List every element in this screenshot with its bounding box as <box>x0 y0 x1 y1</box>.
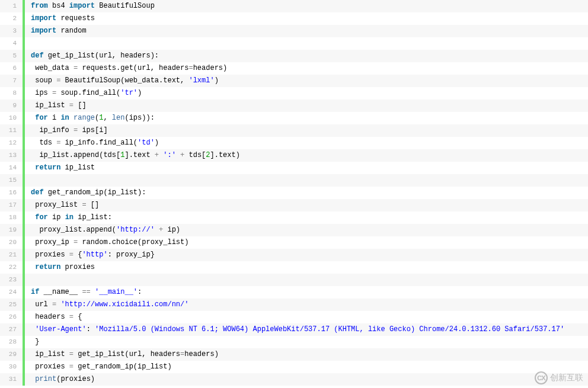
code-line: 20 proxy_ip = random.choice(proxy_list) <box>0 236 588 249</box>
line-number: 23 <box>0 274 23 286</box>
code-content[interactable]: proxy_list.append('http://' + ip) <box>25 224 180 236</box>
line-number: 3 <box>0 25 23 37</box>
code-content[interactable]: return proxies <box>25 261 95 274</box>
code-content[interactable]: from bs4 import BeautifulSoup <box>25 0 155 12</box>
watermark: CX 创新互联 <box>535 371 583 384</box>
code-content[interactable]: ip_list = get_ip_list(url, headers=heade… <box>25 348 219 361</box>
line-number: 25 <box>0 299 23 311</box>
code-line: 13 ip_list.append(tds[1].text + ':' + td… <box>0 149 588 162</box>
code-content[interactable]: ip_list.append(tds[1].text + ':' + tds[2… <box>25 149 240 162</box>
code-line: 10 for i in range(1, len(ips)): <box>0 112 588 124</box>
line-number: 12 <box>0 137 23 149</box>
code-content[interactable]: print(proxies) <box>25 373 95 386</box>
code-line: 11 ip_info = ips[i] <box>0 124 588 137</box>
line-number: 14 <box>0 162 23 174</box>
line-number: 16 <box>0 187 23 199</box>
code-content[interactable]: proxies = get_random_ip(ip_list) <box>25 361 172 373</box>
code-content[interactable]: proxy_ip = random.choice(proxy_list) <box>25 236 188 249</box>
code-line: 6 web_data = requests.get(url, headers=h… <box>0 62 588 75</box>
code-content[interactable]: soup = BeautifulSoup(web_data.text, 'lxm… <box>25 75 219 87</box>
code-content[interactable] <box>25 37 31 50</box>
code-line: 29 ip_list = get_ip_list(url, headers=he… <box>0 348 588 361</box>
code-line: 24if __name__ == '__main__': <box>0 286 588 299</box>
line-number: 31 <box>0 373 23 386</box>
code-line: 25 url = 'http://www.xicidaili.com/nn/' <box>0 299 588 311</box>
code-line: 31 print(proxies) <box>0 373 588 386</box>
line-number: 20 <box>0 236 23 249</box>
code-content[interactable]: } <box>25 336 39 348</box>
code-content[interactable] <box>25 174 31 187</box>
code-content[interactable]: ips = soup.find_all('tr') <box>25 87 142 100</box>
line-number: 17 <box>0 199 23 211</box>
line-number: 28 <box>0 336 23 348</box>
code-line: 4 <box>0 37 588 50</box>
line-number: 5 <box>0 50 23 62</box>
line-number: 18 <box>0 211 23 224</box>
code-content[interactable]: for ip in ip_list: <box>25 211 112 224</box>
code-line: 15 <box>0 174 588 187</box>
watermark-logo-icon: CX <box>535 371 548 384</box>
code-line: 7 soup = BeautifulSoup(web_data.text, 'l… <box>0 75 588 87</box>
line-number: 1 <box>0 0 23 12</box>
code-content[interactable]: web_data = requests.get(url, headers=hea… <box>25 62 227 75</box>
code-line: 12 tds = ip_info.find_all('td') <box>0 137 588 149</box>
line-number: 11 <box>0 124 23 137</box>
code-line: 8 ips = soup.find_all('tr') <box>0 87 588 100</box>
code-line: 17 proxy_list = [] <box>0 199 588 211</box>
code-content[interactable]: import requests <box>25 12 95 25</box>
code-line: 30 proxies = get_random_ip(ip_list) <box>0 361 588 373</box>
line-number: 26 <box>0 311 23 323</box>
code-content[interactable]: proxy_list = [] <box>25 199 99 211</box>
code-block: 1from bs4 import BeautifulSoup2import re… <box>0 0 588 386</box>
code-line: 18 for ip in ip_list: <box>0 211 588 224</box>
code-content[interactable]: proxies = {'http': proxy_ip} <box>25 249 155 261</box>
code-line: 28 } <box>0 336 588 348</box>
line-number: 9 <box>0 100 23 112</box>
code-line: 1from bs4 import BeautifulSoup <box>0 0 588 12</box>
code-line: 22 return proxies <box>0 261 588 274</box>
line-number: 22 <box>0 261 23 274</box>
code-line: 14 return ip_list <box>0 162 588 174</box>
watermark-label: 创新互联 <box>550 373 583 383</box>
code-content[interactable]: ip_list = [] <box>25 100 87 112</box>
line-number: 7 <box>0 75 23 87</box>
code-content[interactable]: ip_info = ips[i] <box>25 124 108 137</box>
code-content[interactable]: def get_ip_list(url, headers): <box>25 50 159 62</box>
code-content[interactable]: headers = { <box>25 311 82 323</box>
line-number: 6 <box>0 62 23 75</box>
line-number: 27 <box>0 323 23 336</box>
code-content[interactable]: for i in range(1, len(ips)): <box>25 112 155 124</box>
code-line: 26 headers = { <box>0 311 588 323</box>
code-line: 27 'User-Agent': 'Mozilla/5.0 (Windows N… <box>0 323 588 336</box>
line-number: 19 <box>0 224 23 236</box>
line-number: 8 <box>0 87 23 100</box>
code-content[interactable]: if __name__ == '__main__': <box>25 286 142 299</box>
code-content[interactable]: url = 'http://www.xicidaili.com/nn/' <box>25 299 188 311</box>
code-line: 23 <box>0 274 588 286</box>
line-number: 21 <box>0 249 23 261</box>
code-content[interactable]: return ip_list <box>25 162 95 174</box>
code-line: 5def get_ip_list(url, headers): <box>0 50 588 62</box>
line-number: 29 <box>0 348 23 361</box>
line-number: 13 <box>0 149 23 162</box>
code-content[interactable] <box>25 274 31 286</box>
line-number: 30 <box>0 361 23 373</box>
line-number: 2 <box>0 12 23 25</box>
code-line: 19 proxy_list.append('http://' + ip) <box>0 224 588 236</box>
line-number: 24 <box>0 286 23 299</box>
code-content[interactable]: 'User-Agent': 'Mozilla/5.0 (Windows NT 6… <box>25 323 564 336</box>
code-content[interactable]: import random <box>25 25 87 37</box>
code-line: 21 proxies = {'http': proxy_ip} <box>0 249 588 261</box>
line-number: 15 <box>0 174 23 187</box>
code-line: 2import requests <box>0 12 588 25</box>
code-line: 16def get_random_ip(ip_list): <box>0 187 588 199</box>
code-line: 3import random <box>0 25 588 37</box>
line-number: 4 <box>0 37 23 50</box>
code-content[interactable]: tds = ip_info.find_all('td') <box>25 137 159 149</box>
code-line: 9 ip_list = [] <box>0 100 588 112</box>
line-number: 10 <box>0 112 23 124</box>
code-content[interactable]: def get_random_ip(ip_list): <box>25 187 146 199</box>
